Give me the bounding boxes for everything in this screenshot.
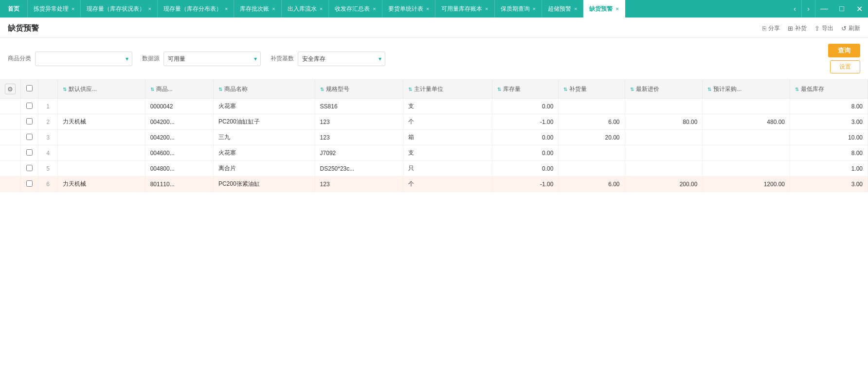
row-settings-cell xyxy=(0,114,21,130)
row-checkbox-1[interactable] xyxy=(26,118,33,124)
row-min-stock-0: 8.00 xyxy=(790,99,868,114)
th-est-purchase[interactable]: ⇅预计采购... xyxy=(703,80,790,99)
row-unit-4: 只 xyxy=(403,161,492,176)
th-unit[interactable]: ⇅主计量单位 xyxy=(403,80,492,99)
select-all-checkbox[interactable] xyxy=(26,85,33,91)
row-stock-5: -1.00 xyxy=(492,176,559,192)
row-checkbox-cell xyxy=(21,176,38,192)
row-checkbox-cell xyxy=(21,145,38,161)
window-minimize-btn[interactable]: — xyxy=(815,0,833,18)
tab-home[interactable]: 首页 xyxy=(0,0,28,18)
row-stock-2: 0.00 xyxy=(492,130,559,145)
th-product-code[interactable]: ⇅商品... xyxy=(145,80,213,99)
row-checkbox-2[interactable] xyxy=(26,134,33,140)
tab-close-inventory-dist[interactable]: × xyxy=(225,6,228,12)
row-checkbox-5[interactable] xyxy=(26,180,33,187)
tab-batch-account[interactable]: 库存批次账× xyxy=(234,0,281,18)
th-replenish-qty[interactable]: ⇅补货量 xyxy=(559,80,625,99)
header-actions: ⎘ 分享 ⊞ 补货 ⇧ 导出 ↺ 刷新 xyxy=(762,24,860,33)
tab-expiry-query[interactable]: 保质期查询× xyxy=(495,0,542,18)
share-label: 分享 xyxy=(768,24,780,33)
settings-button[interactable]: 设置 xyxy=(830,60,860,73)
datasource-select-wrapper: 可用量 xyxy=(163,52,261,66)
th-stock-qty[interactable]: ⇅库存量 xyxy=(492,80,559,99)
row-min-stock-5: 3.00 xyxy=(790,176,868,192)
replenish-button[interactable]: ⊞ 补货 xyxy=(788,24,807,33)
tab-label-overstock: 超储预警 xyxy=(548,5,571,13)
export-button[interactable]: ⇧ 导出 xyxy=(814,24,833,33)
tab-inventory-status[interactable]: 现存量（库存状况表）× xyxy=(81,0,157,18)
th-default-supplier[interactable]: ⇅默认供应... xyxy=(58,80,145,99)
tab-close-collection[interactable]: × xyxy=(373,6,376,12)
row-checkbox-3[interactable] xyxy=(26,149,33,156)
column-settings-icon[interactable]: ⚙ xyxy=(5,84,16,94)
row-num-3: 4 xyxy=(38,145,58,161)
row-unit-0: 支 xyxy=(403,99,492,114)
th-min-stock[interactable]: ⇅最低库存 xyxy=(790,80,868,99)
tab-close-expiry-query[interactable]: × xyxy=(533,6,536,12)
row-supplier-4 xyxy=(58,161,145,176)
tab-purchase-stat[interactable]: 要货单统计表× xyxy=(382,0,435,18)
filter-actions: 查询 设置 xyxy=(828,44,860,73)
row-replenish-4 xyxy=(559,161,625,176)
row-est-purchase-0 xyxy=(703,99,790,114)
tab-label-inout-flow: 出入库流水 xyxy=(288,5,317,13)
row-supplier-5: 力天机械 xyxy=(58,176,145,192)
th-product-name[interactable]: ⇅商品名称 xyxy=(213,80,315,99)
tab-shortage[interactable]: 缺货预警× xyxy=(583,0,625,18)
tab-close-available-ledger[interactable]: × xyxy=(485,6,488,12)
row-checkbox-cell xyxy=(21,130,38,145)
row-spec-3: J7092 xyxy=(315,145,403,161)
tab-close-overstock[interactable]: × xyxy=(574,6,577,12)
row-supplier-1: 力天机械 xyxy=(58,114,145,130)
replenish-icon: ⊞ xyxy=(788,25,793,32)
tab-close-shortage[interactable]: × xyxy=(615,6,618,12)
row-stock-1: -1.00 xyxy=(492,114,559,130)
maximize-icon: □ xyxy=(839,4,844,13)
row-checkbox-0[interactable] xyxy=(26,103,33,109)
row-spec-1: 123 xyxy=(315,114,403,130)
window-close-btn[interactable]: ✕ xyxy=(850,0,868,18)
replenish-base-select[interactable]: 安全库存 xyxy=(298,52,385,66)
row-settings-cell xyxy=(0,176,21,192)
tab-close-inout-flow[interactable]: × xyxy=(320,6,323,12)
window-maximize-btn[interactable]: □ xyxy=(833,0,850,18)
tab-bar: 首页 拣货异常处理×现存量（库存状况表）×现存量（库存分布表）×库存批次账×出入… xyxy=(0,0,868,18)
tab-label-collection: 收发存汇总表 xyxy=(335,5,370,13)
share-button[interactable]: ⎘ 分享 xyxy=(762,24,780,33)
datasource-select[interactable]: 可用量 xyxy=(163,52,261,66)
page-title: 缺货预警 xyxy=(8,23,39,34)
table-header-row: ⚙ ⇅默认供应... ⇅商品... ⇅商品名称 xyxy=(0,80,868,99)
th-spec[interactable]: ⇅规格型号 xyxy=(315,80,403,99)
chevron-left-icon: ‹ xyxy=(794,5,796,13)
row-supplier-0 xyxy=(58,99,145,114)
row-latest-price-5: 200.00 xyxy=(625,176,703,192)
tab-scroll-left[interactable]: ‹ xyxy=(788,0,802,18)
tab-close-batch-account[interactable]: × xyxy=(272,6,275,12)
tab-close-inventory-status[interactable]: × xyxy=(148,6,151,12)
tab-inout-flow[interactable]: 出入库流水× xyxy=(282,0,329,18)
datasource-filter-group: 数据源 可用量 xyxy=(142,52,261,66)
filter-bar: 商品分类 数据源 可用量 补货基数 安全库存 xyxy=(0,38,868,80)
refresh-button[interactable]: ↺ 刷新 xyxy=(841,24,860,33)
th-checkbox xyxy=(21,80,38,99)
tab-abnormal[interactable]: 拣货异常处理× xyxy=(28,0,81,18)
tab-collection[interactable]: 收发存汇总表× xyxy=(329,0,382,18)
row-replenish-1: 6.00 xyxy=(559,114,625,130)
row-latest-price-4 xyxy=(625,161,703,176)
row-min-stock-3: 8.00 xyxy=(790,145,868,161)
category-select[interactable] xyxy=(35,52,132,66)
th-latest-price[interactable]: ⇅最新进价 xyxy=(625,80,703,99)
row-checkbox-cell xyxy=(21,114,38,130)
row-latest-price-2 xyxy=(625,130,703,145)
query-button[interactable]: 查询 xyxy=(828,44,860,57)
row-checkbox-4[interactable] xyxy=(26,165,33,171)
tab-close-abnormal[interactable]: × xyxy=(72,6,74,12)
tab-inventory-dist[interactable]: 现存量（库存分布表）× xyxy=(158,0,234,18)
tab-overstock[interactable]: 超储预警× xyxy=(542,0,583,18)
row-min-stock-2: 10.00 xyxy=(790,130,868,145)
tab-scroll-right[interactable]: › xyxy=(802,0,815,18)
tab-close-purchase-stat[interactable]: × xyxy=(426,6,429,12)
row-latest-price-3 xyxy=(625,145,703,161)
tab-available-ledger[interactable]: 可用量库存账本× xyxy=(435,0,494,18)
